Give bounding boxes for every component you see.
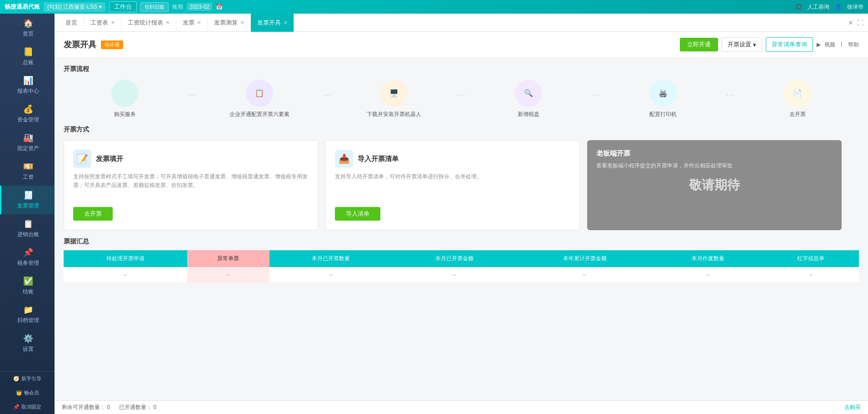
sidebar-item-settings[interactable]: ⚙️ 设置 [0,329,55,358]
flow-step-buy-service[interactable]: 🛒 购买服务 [64,80,186,118]
tab-invoice-calc[interactable]: 发票测算 ✕ [208,14,251,32]
tab-home[interactable]: 首页 [59,14,84,32]
ledger-icon: 📒 [23,47,33,57]
sidebar-pin-button[interactable]: 📌 取消固定 [0,400,55,414]
settings-icon: ⚙️ [23,333,33,343]
period-value[interactable]: 2023-02 [187,3,212,11]
tab-salary-close[interactable]: ✕ [111,20,115,25]
remaining-text: 剩余可开通数量： [62,404,105,410]
tab-invoice-issue[interactable]: 发票开具 ✕ [251,14,294,32]
sidebar-item-invoice-mgmt[interactable]: 🧾 发票管理 [0,186,55,214]
tab-invoice-calc-label: 发票测算 [214,19,238,27]
invoice-mgmt-icon: 🧾 [23,190,33,200]
tab-restore-icon[interactable]: ⛶ [857,19,863,26]
company-selector[interactable]: (勾划) 江西服室-LSS ▾ [44,2,105,12]
method-card-manual-header: 📝 发票填开 [73,150,309,168]
th-monthly-amount: 本月已开票金额 [393,250,516,267]
sidebar-bottom: 🧭 新手引导 👑 畅会员 📌 取消固定 [0,371,55,414]
assets-icon: 🏭 [23,133,33,143]
page-title-row: 发票开具 待开通 [64,39,123,50]
summary-title: 票据汇总 [64,237,859,246]
sidebar-item-guide[interactable]: 🧭 新手引导 [0,372,55,386]
tab-invoice-close[interactable]: ✕ [197,20,201,25]
workspace-button[interactable]: 工作台 [109,1,137,12]
boss-card-header: 老板端开票 查看老板端小程序提交的开票申请，并作出相应处理审批 [596,149,833,170]
tab-invoice-calc-close[interactable]: ✕ [240,20,244,25]
tab-salary-report[interactable]: 工资统计报表 ✕ [121,14,176,32]
sidebar-item-funds[interactable]: 💰 资金管理 [0,100,55,128]
methods-title: 开票方式 [64,126,859,134]
method-manual-button[interactable]: 去开票 [73,207,113,221]
flow-steps: 🛒 购买服务 ⋯ 📋 企业开通配置开票六要素 [64,80,859,118]
guide-label: 新手引导 [21,375,41,382]
home-icon: 🏠 [23,18,33,28]
tab-close-all-icon[interactable]: ✕ [848,19,853,26]
summary-table-data-row: -- -- -- -- -- -- -- [64,267,859,283]
td-abnormal: -- [187,267,269,283]
abnormal-query-button[interactable]: 异常清单查询 [766,37,813,52]
buy-link[interactable]: 去购买 [844,404,861,411]
main-layout: 🏠 首页 📒 总账 📊 报表中心 💰 资金管理 🏭 固定资产 💴 工资 🧾 发票… [0,14,868,414]
sidebar-label-reports: 报表中心 [17,87,39,95]
top-bar-left: 畅捷通易代账 (勾划) 江西服室-LSS ▾ 工作台 切到旧版 账期 2023-… [5,1,223,12]
flow-arrow-4: ⋯ [592,90,600,109]
help-area: ▶ 视频 丨 帮助 [817,41,859,49]
flow-step-add-taxbox[interactable]: 🔍 新增税盘 [467,80,590,118]
sidebar-item-salary[interactable]: 💴 工资 [0,157,55,186]
svg-text:🔍: 🔍 [524,89,533,97]
sidebar-item-ledger[interactable]: 📒 总账 [0,42,55,71]
sidebar-label-archive: 归档管理 [17,317,39,324]
sidebar-item-reports[interactable]: 📊 报表中心 [0,71,55,100]
sidebar-item-purchase-sales[interactable]: 📋 进销台账 [0,214,55,243]
member-label: 畅会员 [24,389,39,396]
method-manual-icon: 📝 [73,150,91,168]
flow-step-company-setup[interactable]: 📋 企业开通配置开票六要素 [198,80,321,118]
flow-step-download-robot[interactable]: 🖥️ 下载并安装开票机器人 [333,80,455,118]
th-abnormal-bills: 异常单票 [187,250,269,267]
flow-step-issue-invoice[interactable]: 📄 去开票 [736,80,859,118]
flow-arrow-5: ⋯ [726,90,734,109]
content-area: 首页 工资表 ✕ 工资统计报表 ✕ 发票 ✕ 发票测算 ✕ 发票开具 ✕ [55,14,868,414]
help-video-label[interactable]: 视频 [824,41,835,49]
method-import-button[interactable]: 导入清单 [335,207,380,221]
tab-salary[interactable]: 工资表 ✕ [84,14,121,32]
flow-arrow-2: ⋯ [323,90,331,109]
user-name[interactable]: 徐泽华 [847,3,863,11]
sidebar-item-home[interactable]: 🏠 首页 [0,14,55,42]
sidebar-item-archive[interactable]: 📁 归档管理 [0,300,55,329]
help-separator: 丨 [839,41,844,49]
chevron-down-icon: ▾ [753,41,756,48]
method-card-import: 📥 导入开票清单 支持导入待开票清单，可对待开票清单进行拆分、合并处理。 导入清… [325,140,580,230]
tab-invoice-label: 发票 [183,19,195,27]
tab-invoice-issue-close[interactable]: ✕ [284,20,287,25]
page-header: 发票开具 待开通 立即开通 开票设置 ▾ 异常清单查询 ▶ 视频 丨 帮助 [55,32,868,58]
svg-text:🖨️: 🖨️ [658,89,668,97]
open-settings-button[interactable]: 开票设置 ▾ [722,37,762,52]
method-manual-title: 发票填开 [96,155,123,163]
td-yearly-amt: -- [516,267,653,283]
play-icon: ▶ [817,41,821,48]
help-label[interactable]: 帮助 [848,41,859,49]
sidebar-item-tax[interactable]: 📌 税务管理 [0,243,55,272]
archive-icon: 📁 [23,305,33,315]
tab-controls: ✕ ⛶ [848,19,863,26]
company-setup-icon: 📋 [246,80,273,107]
switch-old-button[interactable]: 切到旧版 [140,2,169,12]
support-icon: 🎧 [795,4,802,10]
sidebar-item-assets[interactable]: 🏭 固定资产 [0,128,55,157]
flow-step-config-printer[interactable]: 🖨️ 配置打印机 [602,80,724,118]
tab-invoice[interactable]: 发票 ✕ [176,14,208,32]
sidebar-label-assets: 固定资产 [17,145,39,152]
sidebar-label-invoice-mgmt: 发票管理 [17,202,39,210]
tab-salary-report-close[interactable]: ✕ [166,20,170,25]
tab-bar: 首页 工资表 ✕ 工资统计报表 ✕ 发票 ✕ 发票测算 ✕ 发票开具 ✕ [55,14,868,32]
config-printer-icon: 🖨️ [649,80,677,107]
instant-open-button[interactable]: 立即开通 [680,38,718,51]
support-label[interactable]: 人工咨询 [808,3,829,11]
top-bar-right: 🎧 人工咨询 👤 徐泽华 [795,3,863,11]
sidebar-item-member[interactable]: 👑 畅会员 [0,386,55,400]
sidebar-item-settlement[interactable]: ✅ 结账 [0,272,55,300]
add-taxbox-label: 新增税盘 [518,111,539,118]
summary-table: 待处理开票申请 异常单票 本月已开票数量 本月已开票金额 本年累计开票金额 本月… [64,250,859,283]
sidebar-label-purchase-sales: 进销台账 [17,231,39,238]
